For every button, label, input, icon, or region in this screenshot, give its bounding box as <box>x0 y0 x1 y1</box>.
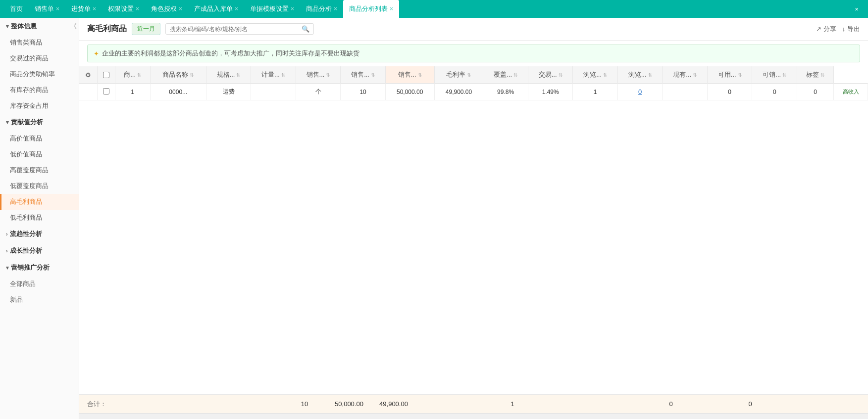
sidebar-item-new-goods[interactable]: 新品 <box>0 292 79 308</box>
cell-tag: 高收入 <box>834 84 868 100</box>
row-checkbox[interactable] <box>103 88 109 94</box>
cell-margin: 99.8% <box>483 84 528 100</box>
cell-unit: 个 <box>296 84 341 100</box>
nav-sales[interactable]: 销售单 × <box>29 0 65 18</box>
cell-stock3: 0 <box>797 84 833 100</box>
footer-sale-amount: 50,000.00 <box>329 400 369 408</box>
sidebar-item-in-stock[interactable]: 有库存的商品 <box>0 82 79 98</box>
th-stock3[interactable]: 可销...⇅ <box>752 66 797 84</box>
th-stock2[interactable]: 可用...⇅ <box>707 66 752 84</box>
nav-close-analysis[interactable]: × <box>334 5 337 12</box>
select-all-checkbox[interactable] <box>103 72 109 78</box>
th-name[interactable]: 商品名称⇅ <box>150 66 206 84</box>
sort-icon-13: ⇅ <box>693 72 697 78</box>
sidebar-item-stock-capital[interactable]: 库存资金占用 <box>0 98 79 114</box>
info-icon: ✦ <box>94 50 99 57</box>
sort-icon-2: ⇅ <box>190 72 194 78</box>
th-margin[interactable]: 毛利率⇅ <box>434 66 483 84</box>
sidebar-item-low-margin[interactable]: 低毛利商品 <box>0 210 79 226</box>
nav-analysis[interactable]: 商品分析 × <box>300 0 343 18</box>
sort-icon-6: ⇅ <box>371 72 375 78</box>
sidebar-item-high-value[interactable]: 高价值商品 <box>0 131 79 146</box>
nav-close-products-in[interactable]: × <box>235 5 238 12</box>
cell-name: 运费 <box>206 84 251 100</box>
sidebar-group-growth[interactable]: › 成长性分析 <box>0 242 79 259</box>
window-close-button[interactable]: × <box>849 1 864 16</box>
sort-icon-15: ⇅ <box>782 72 786 78</box>
sidebar-item-sales-goods[interactable]: 销售类商品 <box>0 35 79 50</box>
share-button[interactable]: ↗ 分享 <box>816 25 836 34</box>
sidebar-item-traded-goods[interactable]: 交易过的商品 <box>0 50 79 66</box>
table-row: 1 0000... 运费 个 10 50,000.00 49,900.00 99… <box>79 84 868 100</box>
th-tag[interactable]: 标签⇅ <box>797 66 833 84</box>
th-unit[interactable]: 计量...⇅ <box>251 66 296 84</box>
nav-home[interactable]: 首页 <box>4 0 29 18</box>
nav-close-template[interactable]: × <box>291 5 294 12</box>
sidebar-item-all-goods[interactable]: 全部商品 <box>0 276 79 292</box>
nav-permissions[interactable]: 权限设置 × <box>102 0 145 18</box>
sidebar-item-high-margin[interactable]: 高毛利商品 <box>0 194 79 210</box>
th-stock1[interactable]: 现有...⇅ <box>663 66 708 84</box>
sidebar-group-trend[interactable]: › 流趋性分析 <box>0 226 79 242</box>
nav-products-in[interactable]: 产成品入库单 × <box>188 0 244 18</box>
th-sale-profit[interactable]: 销售...⇅ <box>385 66 434 84</box>
sidebar-item-low-coverage[interactable]: 低覆盖度商品 <box>0 178 79 194</box>
nav-roles[interactable]: 角色授权 × <box>145 0 188 18</box>
th-check[interactable] <box>97 66 115 84</box>
cell-coverage: 1.49% <box>528 84 573 100</box>
cell-view1[interactable]: 0 <box>617 84 663 100</box>
filter-recent-month-button[interactable]: 近一月 <box>132 23 160 35</box>
cell-stock1: 0 <box>707 84 752 100</box>
th-spec[interactable]: 规格...⇅ <box>206 66 251 84</box>
cell-view2 <box>663 84 708 100</box>
nav-template[interactable]: 单据模板设置 × <box>244 0 300 18</box>
footer-label: 合计： <box>87 400 106 409</box>
th-view2[interactable]: 浏览...⇅ <box>617 66 663 84</box>
arrow-right-icon: › <box>6 231 8 237</box>
export-button[interactable]: ↓ 导出 <box>842 25 861 34</box>
sidebar-item-low-value[interactable]: 低价值商品 <box>0 146 79 162</box>
share-icon: ↗ <box>816 25 821 33</box>
th-code[interactable]: 商...⇅ <box>115 66 150 84</box>
cell-spec <box>251 84 296 100</box>
sidebar-group-contribution[interactable]: ▾ 贡献值分析 <box>0 114 79 131</box>
cell-seq: 1 <box>115 84 150 100</box>
nav-close-permissions[interactable]: × <box>136 5 139 12</box>
sidebar-group-overall[interactable]: ▾ 整体信息 <box>0 18 79 35</box>
nav-close-roles[interactable]: × <box>179 5 182 12</box>
th-sale-amount[interactable]: 销售...⇅ <box>341 66 386 84</box>
sidebar-collapse-button[interactable]: 《 <box>70 22 77 31</box>
sort-icon-9: ⇅ <box>513 72 517 78</box>
cell-settings <box>79 84 97 100</box>
th-view1[interactable]: 浏览...⇅ <box>573 66 618 84</box>
th-sale-count[interactable]: 销售...⇅ <box>296 66 341 84</box>
cell-check[interactable] <box>97 84 115 100</box>
bottom-scrollbar[interactable] <box>79 413 868 419</box>
cell-sale-profit: 49,900.00 <box>434 84 483 100</box>
content-area: 高毛利商品 近一月 🔍 ↗ 分享 ↓ 导出 ✦ 企业的主要的利润都是这部分商品创… <box>79 18 868 419</box>
search-input[interactable] <box>170 26 302 33</box>
info-banner: ✦ 企业的主要的利润都是这部分商品创造的，可考虑加大推广，同时关注库存是不要出现… <box>87 45 860 62</box>
nav-close-purchase[interactable]: × <box>93 5 96 12</box>
sidebar-item-category-rate[interactable]: 商品分类助销率 <box>0 66 79 82</box>
sidebar-group-marketing[interactable]: ▾ 营销推广分析 <box>0 259 79 276</box>
nav-close-sales[interactable]: × <box>56 5 59 12</box>
data-table-container[interactable]: ⚙ 商...⇅ 商品名称⇅ 规格...⇅ <box>79 66 868 394</box>
th-coverage[interactable]: 覆盖...⇅ <box>483 66 528 84</box>
nav-purchase[interactable]: 进货单 × <box>65 0 102 18</box>
th-trade[interactable]: 交易...⇅ <box>528 66 573 84</box>
table-footer: 合计： 10 50,000.00 49,900.00 1 0 0 <box>79 394 868 413</box>
search-icon[interactable]: 🔍 <box>302 25 309 33</box>
nav-close-analysis-list[interactable]: × <box>390 5 393 12</box>
sidebar-item-high-coverage[interactable]: 高覆盖度商品 <box>0 162 79 178</box>
sort-icon-16: ⇅ <box>820 72 824 78</box>
content-header: 高毛利商品 近一月 🔍 ↗ 分享 ↓ 导出 <box>79 18 868 41</box>
nav-analysis-list[interactable]: 商品分析列表 × <box>343 0 399 18</box>
sort-icon-14: ⇅ <box>738 72 742 78</box>
cell-code: 0000... <box>150 84 206 100</box>
sidebar: 《 ▾ 整体信息 销售类商品 交易过的商品 商品分类助销率 有库存的商品 库存资… <box>0 18 79 419</box>
sort-icon-8: ⇅ <box>467 72 471 78</box>
sort-icon-7: ⇅ <box>418 72 422 78</box>
cell-sale-amount: 50,000.00 <box>385 84 434 100</box>
th-settings[interactable]: ⚙ <box>79 66 97 84</box>
